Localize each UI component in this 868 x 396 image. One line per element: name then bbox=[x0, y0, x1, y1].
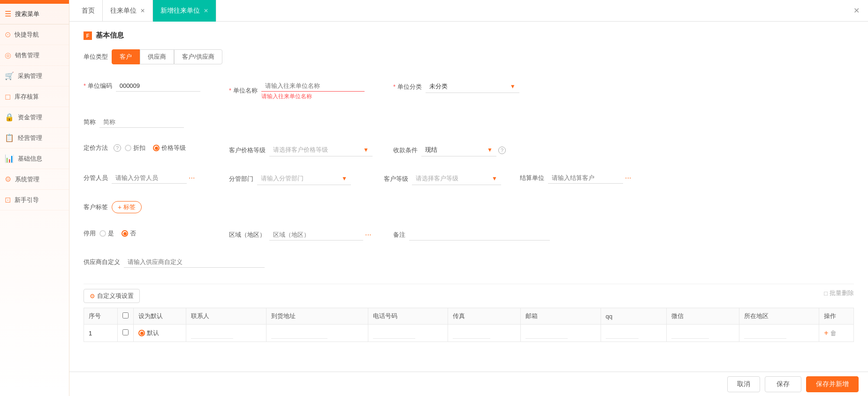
row-phone-input[interactable] bbox=[373, 327, 415, 339]
unit-category-label: 单位分类 bbox=[393, 83, 422, 91]
sidebar-item-system[interactable]: ⚙ 系统管理 bbox=[0, 169, 69, 190]
supplier-custom-input[interactable] bbox=[124, 256, 265, 268]
unit-name-field: 单位名称 请输入往来单位名称 bbox=[229, 80, 379, 101]
tab-home[interactable]: 首页 bbox=[74, 0, 103, 22]
manager-field: 分管人员 ··· bbox=[84, 172, 215, 184]
sidebar-item-basic-info[interactable]: 📊 基础信息 bbox=[0, 148, 69, 169]
manager-more-icon[interactable]: ··· bbox=[189, 174, 195, 182]
unit-name-label: 单位名称 bbox=[229, 86, 258, 95]
section-header: F 基本信息 bbox=[84, 31, 854, 40]
row-contact-input[interactable] bbox=[191, 327, 233, 339]
add-tag-button[interactable]: + 标签 bbox=[112, 201, 142, 213]
manager-label: 分管人员 bbox=[84, 174, 108, 182]
department-placeholder: 请输入分管部门 bbox=[261, 174, 304, 183]
pricing-discount-radio[interactable]: 折扣 bbox=[125, 144, 145, 152]
unit-type-both-btn[interactable]: 客户/供应商 bbox=[174, 49, 222, 64]
sidebar-item-search[interactable]: ☰ 搜索菜单 bbox=[0, 4, 69, 24]
disabled-no-radio[interactable]: 否 bbox=[122, 229, 136, 238]
tab-new-partner-label: 新增往来单位 bbox=[160, 7, 200, 15]
row-action-cell: + 🗑 bbox=[819, 325, 854, 342]
customer-level-label: 客户等级 bbox=[384, 175, 408, 183]
department-field: 分管部门 请输入分管部门 ▼ bbox=[229, 172, 370, 185]
short-name-input[interactable] bbox=[99, 116, 184, 128]
row-default-radio[interactable]: 默认 bbox=[138, 329, 181, 337]
row-delete-button[interactable]: 🗑 bbox=[830, 329, 837, 337]
disabled-radio-group: 是 否 bbox=[99, 229, 136, 238]
unit-type-supplier-btn[interactable]: 供应商 bbox=[140, 49, 174, 64]
unit-name-input[interactable] bbox=[261, 80, 365, 92]
payment-terms-help-icon[interactable]: ? bbox=[498, 147, 506, 154]
row-index: 1 bbox=[84, 325, 118, 342]
sidebar-item-purchase[interactable]: 🛒 采购管理 bbox=[0, 66, 69, 86]
tab-partner-list[interactable]: 往来单位 ✕ bbox=[103, 0, 153, 22]
unit-type-group: 客户 供应商 客户/供应商 bbox=[112, 49, 222, 64]
customer-price-level-select[interactable]: 请选择客户价格等级 ▼ bbox=[269, 144, 373, 156]
basic-info-label: 基础信息 bbox=[18, 155, 42, 163]
window-close-button[interactable]: ✕ bbox=[850, 6, 863, 15]
content-area: F 基本信息 单位类型 客户 供应商 客户/供应商 单位编码 单位名称 bbox=[69, 22, 868, 372]
row-email-input[interactable] bbox=[525, 327, 568, 339]
settlement-unit-input[interactable] bbox=[548, 172, 623, 184]
row-add-button[interactable]: + bbox=[824, 329, 828, 337]
unit-category-select[interactable]: 未分类 ▼ bbox=[426, 80, 519, 93]
sidebar-item-quick-nav[interactable]: ⊙ 快捷导航 bbox=[0, 24, 69, 45]
row-contact-cell bbox=[186, 325, 266, 342]
tab-new-partner-close[interactable]: ✕ bbox=[204, 8, 208, 14]
unit-code-label: 单位编码 bbox=[84, 82, 112, 90]
row-fax-input[interactable] bbox=[453, 327, 490, 339]
tab-new-partner[interactable]: 新增往来单位 ✕ bbox=[153, 0, 216, 22]
col-action: 操作 bbox=[819, 308, 854, 325]
sidebar-item-operations[interactable]: 📋 经营管理 bbox=[0, 128, 69, 148]
manager-input[interactable] bbox=[112, 172, 187, 184]
save-new-button[interactable]: 保存并新增 bbox=[806, 376, 859, 392]
department-select[interactable]: 请输入分管部门 ▼ bbox=[257, 172, 351, 185]
pricing-level-label: 价格等级 bbox=[161, 144, 186, 152]
payment-terms-select[interactable]: 现结 ▼ bbox=[421, 144, 496, 156]
col-contact: 联系人 bbox=[186, 308, 266, 325]
footer: 取消 保存 保存并新增 bbox=[69, 372, 868, 396]
unit-type-customer-btn[interactable]: 客户 bbox=[112, 49, 140, 64]
region-more-icon[interactable]: ··· bbox=[365, 231, 371, 239]
settlement-unit-field: 结算单位 ··· bbox=[520, 172, 651, 184]
tab-partner-list-close[interactable]: ✕ bbox=[140, 8, 145, 14]
operations-icon: 📋 bbox=[5, 133, 14, 142]
disabled-row: 停用 是 否 区域（地区） ··· 备注 bbox=[84, 229, 854, 248]
pricing-level-radio[interactable]: 价格等级 bbox=[153, 144, 186, 152]
sidebar-item-inventory[interactable]: ◻ 库存核算 bbox=[0, 86, 69, 107]
row-email-cell bbox=[521, 325, 601, 342]
customer-price-level-field: 客户价格等级 请选择客户价格等级 ▼ bbox=[229, 144, 379, 156]
tab-home-label: 首页 bbox=[82, 7, 95, 15]
batch-delete-button[interactable]: □ 批量删除 bbox=[824, 289, 854, 297]
row-checkbox[interactable] bbox=[122, 329, 129, 335]
batch-delete-icon: □ bbox=[824, 290, 828, 297]
row-qq-input[interactable] bbox=[606, 327, 639, 339]
sidebar-item-guide[interactable]: ⊡ 新手引导 bbox=[0, 190, 69, 210]
unit-code-input[interactable] bbox=[116, 80, 200, 92]
manager-row: 分管人员 ··· 分管部门 请输入分管部门 ▼ 客户等级 请选择客户等级 ▼ 结… bbox=[84, 172, 854, 193]
supplier-custom-label: 供应商自定义 bbox=[84, 258, 120, 266]
supplier-custom-field: 供应商自定义 bbox=[84, 256, 265, 268]
batch-delete-label: 批量删除 bbox=[830, 289, 854, 297]
row-region-input[interactable] bbox=[744, 327, 786, 339]
disabled-yes-radio[interactable]: 是 bbox=[99, 229, 114, 238]
row-wechat-input[interactable] bbox=[671, 327, 709, 339]
section-title: 基本信息 bbox=[96, 31, 124, 40]
settlement-unit-more-icon[interactable]: ··· bbox=[625, 174, 631, 182]
unit-name-input-wrap: 请输入往来单位名称 bbox=[261, 80, 365, 101]
customer-level-select[interactable]: 请选择客户等级 ▼ bbox=[412, 172, 501, 185]
sidebar-item-sales[interactable]: ◎ 销售管理 bbox=[0, 45, 69, 66]
region-input[interactable] bbox=[269, 229, 363, 241]
sidebar-item-finance[interactable]: 🔒 资金管理 bbox=[0, 107, 69, 128]
custom-settings-label: 自定义项设置 bbox=[97, 292, 134, 300]
select-all-checkbox[interactable] bbox=[122, 312, 129, 318]
department-label: 分管部门 bbox=[229, 175, 253, 183]
custom-settings-button[interactable]: ⚙ 自定义项设置 bbox=[84, 289, 140, 303]
cancel-button[interactable]: 取消 bbox=[727, 376, 760, 392]
col-index: 序号 bbox=[84, 308, 118, 325]
pricing-help-icon[interactable]: ? bbox=[114, 144, 121, 152]
save-button[interactable]: 保存 bbox=[765, 376, 801, 392]
unit-name-error: 请输入往来单位名称 bbox=[261, 93, 365, 101]
row-address-input[interactable] bbox=[271, 327, 327, 339]
note-input[interactable] bbox=[409, 229, 550, 241]
system-icon: ⚙ bbox=[5, 175, 11, 184]
